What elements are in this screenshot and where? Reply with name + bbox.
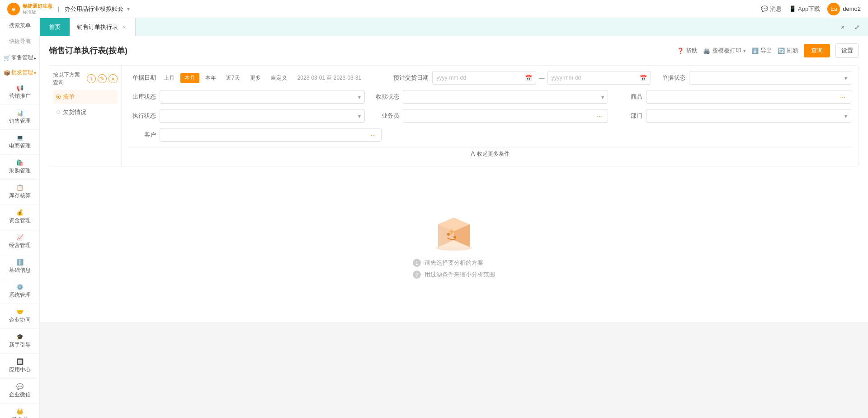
user-name: demo2 [843, 5, 861, 12]
user-menu[interactable]: Ea demo2 [827, 3, 861, 15]
query-button[interactable]: 查询 [804, 44, 830, 57]
sidebar-item-collab[interactable]: 🤝 企业协同 [0, 304, 39, 329]
message-button[interactable]: 💬 消息 [761, 5, 782, 13]
filter-sidebar-title: 按以下方案查询 + ✎ « [53, 71, 118, 86]
customer-more-icon[interactable]: ··· [369, 131, 378, 138]
filter-scheme-欠货情况[interactable]: 欠货情况 [53, 105, 118, 119]
sidebar-item-wholesale[interactable]: 📦 批发管理 [0, 65, 39, 80]
breadcrumb-dropdown-icon[interactable]: ▾ [127, 6, 130, 12]
sidebar-item-ecommerce[interactable]: 💻 电商管理 [0, 130, 39, 155]
retail-expand-icon [34, 55, 36, 61]
goods-more-icon[interactable]: ··· [838, 93, 847, 100]
edit-scheme-button[interactable]: ✎ [98, 74, 107, 83]
exec-dropdown-icon [358, 113, 361, 119]
inventory-icon: 📋 [16, 184, 24, 191]
sidebar-item-guide[interactable]: 🎓 新手引导 [0, 329, 39, 354]
sidebar-item-wechat[interactable]: 💬 企业微信 [0, 379, 39, 404]
payment-dropdown-icon [601, 94, 604, 100]
filter-row-4: 客户 ··· [129, 128, 851, 142]
filter-dept-field: 部门 [615, 109, 851, 123]
apps-icon: 🔲 [16, 358, 24, 365]
sidebar-item-apps[interactable]: 🔲 应用中心 [0, 354, 39, 379]
sidebar-item-system[interactable]: ⚙️ 系统管理 [0, 279, 39, 304]
sales-icon: 📊 [16, 109, 24, 116]
refresh-button[interactable]: 🔄 刷新 [778, 47, 798, 55]
salesperson-select[interactable]: ··· [403, 109, 608, 123]
top-header: 畅 畅捷通好生意 标准版 | 办公用品行业模拟账套 ▾ 💬 消息 📱 App下载… [0, 0, 868, 18]
system-icon: ⚙️ [16, 284, 24, 290]
content-area: 首页 销售订单执行表 × × ⤢ 销售订单执行表(按单) ❓ [40, 18, 868, 418]
date-btn-this-year[interactable]: 本年 [201, 73, 220, 83]
header-right: 💬 消息 📱 App下载 Ea demo2 [761, 3, 861, 15]
exec-select[interactable] [160, 109, 365, 123]
expected-date-start[interactable]: yyyy-mm-dd 📅 [432, 71, 536, 85]
sidebar-item-member[interactable]: 👑 畅会员 [0, 404, 39, 418]
outbound-select[interactable] [160, 90, 365, 104]
sidebar-item-inventory[interactable]: 📋 库存核算 [0, 180, 39, 204]
download-icon: 📱 [789, 5, 796, 12]
app-download-button[interactable]: 📱 App下载 [789, 5, 820, 13]
tab-sales-order[interactable]: 销售订单执行表 × [70, 18, 136, 36]
sidebar-item-purchase[interactable]: 🛍️ 采购管理 [0, 155, 39, 180]
expected-date-end[interactable]: yyyy-mm-dd 📅 [547, 71, 651, 85]
page-title-row: 销售订单执行表(按单) ❓ 帮助 🖨️ 按模板打印 ▾ ⬇️ [49, 43, 859, 58]
collab-icon: 🤝 [16, 309, 24, 315]
dept-dropdown-icon [844, 113, 847, 119]
export-icon: ⬇️ [751, 48, 759, 54]
sidebar-item-operations[interactable]: 📈 经营管理 [0, 229, 39, 254]
tab-bar-actions: × ⤢ [837, 22, 868, 33]
date-btn-custom[interactable]: 自定义 [267, 73, 291, 83]
guide-icon: 🎓 [16, 333, 24, 340]
window-close-button[interactable]: × [837, 22, 848, 33]
expected-date-range: yyyy-mm-dd 📅 — yyyy-mm-dd 📅 [432, 71, 651, 85]
sidebar-item-finance[interactable]: 💰 资金管理 [0, 204, 39, 229]
collapse-sidebar-button[interactable]: « [108, 74, 118, 83]
date-btn-last-7[interactable]: 近7天 [222, 73, 244, 83]
customer-select[interactable]: ··· [160, 128, 382, 142]
filter-row-3: 执行状态 业务员 ··· [129, 109, 851, 123]
filter-scheme-按单[interactable]: 按单 [53, 90, 118, 104]
sidebar-item-sales[interactable]: 📊 销售管理 [0, 105, 39, 130]
calendar-icon-start: 📅 [525, 75, 532, 81]
tip-num-2: 2 [413, 271, 421, 279]
filter-goods-field: 商品 ··· [615, 90, 851, 104]
help-button[interactable]: ❓ 帮助 [677, 47, 698, 55]
export-button[interactable]: ⬇️ 导出 [751, 47, 772, 55]
print-button[interactable]: 🖨️ 按模板打印 ▾ [703, 47, 746, 55]
sidebar-item-marketing[interactable]: 📢 营销推广 [0, 80, 39, 105]
tab-close-icon[interactable]: × [121, 24, 128, 31]
sidebar-item-quick-nav[interactable]: 快捷导航 [0, 33, 39, 50]
goods-select[interactable]: ··· [646, 90, 851, 104]
filter-sidebar: 按以下方案查询 + ✎ « [49, 66, 122, 166]
add-scheme-button[interactable]: + [87, 74, 96, 83]
payment-select[interactable] [403, 90, 608, 104]
logo-text: 畅捷通好生意 标准版 [23, 3, 52, 15]
main-layout: 搜索菜单 快捷导航 🛒 零售管理 📦 批发管理 📢 营销推广 📊 销售管理 💻 … [0, 18, 868, 418]
date-btn-more[interactable]: 更多 [246, 73, 265, 83]
customer-label: 客户 [129, 131, 156, 139]
filter-date-field: 单据日期 上月 本月 本年 近7天 更多 自定义 2023-03-01 至 20… [129, 73, 386, 83]
salesperson-more-icon[interactable]: ··· [595, 112, 604, 119]
tab-home[interactable]: 首页 [40, 18, 70, 36]
active-scheme-dot [57, 95, 60, 99]
date-btn-this-month[interactable]: 本月 [180, 73, 199, 83]
status-select[interactable] [689, 71, 851, 85]
date-btn-last-month[interactable]: 上月 [160, 73, 179, 83]
window-expand-button[interactable]: ⤢ [852, 22, 863, 33]
sidebar-item-basics[interactable]: ℹ️ 基础信息 [0, 254, 39, 279]
filter-exec-field: 执行状态 [129, 109, 365, 123]
dept-select[interactable] [646, 109, 851, 123]
message-icon: 💬 [761, 5, 768, 12]
empty-illustration: ✦ [427, 206, 481, 252]
settings-button[interactable]: 设置 [835, 43, 859, 58]
collapse-filter-button[interactable]: ⋀ 收起更多条件 [129, 147, 851, 161]
sidebar-search[interactable]: 搜索菜单 [0, 18, 39, 33]
empty-tip-1: 1 请先选择要分析的方案 [413, 259, 495, 267]
filter-outbound-field: 出库状态 [129, 90, 365, 104]
logo-area: 畅 畅捷通好生意 标准版 [7, 3, 52, 15]
payment-label: 收款状态 [372, 93, 399, 101]
svg-point-9 [453, 236, 456, 238]
empty-tips: 1 请先选择要分析的方案 2 用过滤条件来缩小分析范围 [413, 259, 495, 279]
filter-row-2: 出库状态 收款状态 [129, 90, 851, 104]
sidebar-item-retail[interactable]: 🛒 零售管理 [0, 50, 39, 65]
